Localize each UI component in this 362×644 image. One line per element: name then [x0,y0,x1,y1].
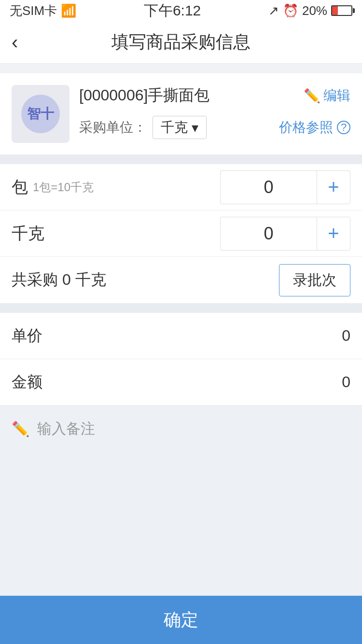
section-divider-1 [0,154,362,164]
unit-select[interactable]: 千克 ▾ [153,116,207,139]
batch-button[interactable]: 录批次 [279,264,350,296]
product-name: [0000006]手撕面包 [79,85,209,106]
bao-plus-button[interactable]: + [317,170,350,204]
kg-value[interactable]: 0 [220,217,317,251]
input-section: 包 1包=10千克 0 + 千克 0 + [0,164,362,257]
notes-placeholder: 输入备注 [37,419,95,439]
status-bar: 无SIM卡 📶 下午6:12 ↗ ⏰ 20% [0,0,362,21]
notes-section[interactable]: ✏️ 输入备注 [0,406,362,452]
battery-icon [331,5,352,16]
info-section: 单价 0 金额 0 [0,313,362,406]
kg-plus-button[interactable]: + [317,217,350,251]
back-button[interactable]: ‹ [12,31,18,53]
kg-input-row: 千克 0 + [0,210,362,257]
dropdown-arrow-icon: ▾ [192,120,198,136]
status-right: ↗ ⏰ 20% [268,3,352,18]
wifi-icon: 📶 [61,3,76,18]
edit-link[interactable]: ✏️ 编辑 [304,86,350,105]
bao-input-row: 包 1包=10千克 0 + [0,164,362,210]
pencil-icon: ✏️ [12,420,29,437]
amount-value: 0 [342,373,350,391]
kg-label: 千克 [12,223,44,245]
bao-value[interactable]: 0 [220,170,317,204]
bao-label: 包 [12,176,28,198]
info-icon: ? [337,121,350,134]
product-name-row: [0000006]手撕面包 ✏️ 编辑 [79,85,350,106]
status-time: 下午6:12 [144,1,201,21]
nav-bar: ‹ 填写商品采购信息 [0,21,362,64]
carrier-text: 无SIM卡 [10,2,57,19]
product-info: [0000006]手撕面包 ✏️ 编辑 采购单位： 千克 ▾ 价格参照 ? [79,85,350,139]
bao-input-right: 0 + [220,170,350,204]
unit-price-value: 0 [342,327,350,345]
location-icon: ↗ [268,3,279,18]
summary-unit: 千克 [75,271,106,288]
confirm-button[interactable]: 确定 [164,608,198,632]
bao-sublabel: 1包=10千克 [33,180,94,195]
status-left: 无SIM卡 📶 [10,2,76,19]
product-unit-row: 采购单位： 千克 ▾ 价格参照 ? [79,116,350,139]
product-card: 智十 [0000006]手撕面包 ✏️ 编辑 采购单位： 千克 ▾ 价格参照 ? [0,73,362,154]
alarm-icon: ⏰ [283,3,298,18]
unit-label: 采购单位： [79,118,147,137]
summary-amount: 0 [62,271,71,288]
summary-text: 共采购 0 千克 [12,269,106,291]
amount-row: 金额 0 [0,359,362,406]
page-title: 填写商品采购信息 [111,30,251,54]
unit-price-row: 单价 0 [0,313,362,359]
confirm-section[interactable]: 确定 [0,596,362,644]
kg-input-right: 0 + [220,217,350,251]
amount-label: 金额 [12,372,42,393]
product-image: 智十 [12,85,70,143]
summary-row: 共采购 0 千克 录批次 [0,257,362,303]
section-divider-2 [0,303,362,313]
battery-percent: 20% [302,3,327,18]
unit-price-label: 单价 [12,325,42,347]
edit-icon: ✏️ [304,88,320,104]
product-logo: 智十 [21,95,60,133]
price-ref-link[interactable]: 价格参照 ? [279,118,350,137]
